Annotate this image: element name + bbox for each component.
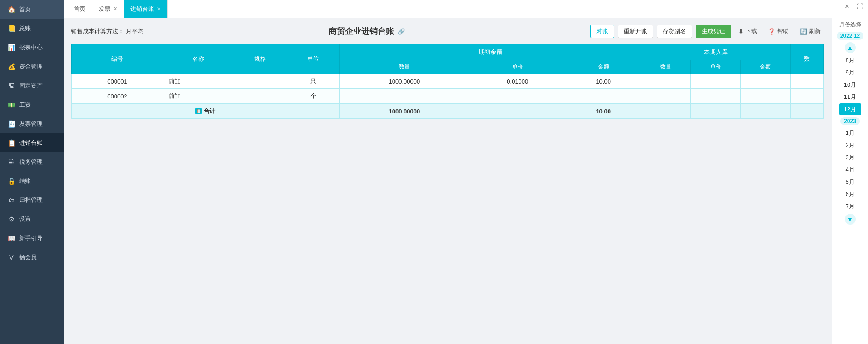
- sidebar-item-stock[interactable]: 📋 进销台账: [0, 133, 64, 152]
- sidebar-label-guide: 新手引导: [19, 234, 43, 242]
- month-item-4月[interactable]: 4月: [839, 164, 861, 176]
- home-icon: 🏠: [7, 6, 15, 13]
- cost-method-value: 月平均: [126, 28, 144, 34]
- refresh-button[interactable]: 🔄 刷新: [796, 25, 824, 38]
- save-alias-button[interactable]: 存货别名: [657, 25, 692, 38]
- window-controls: ✕ ⛶: [843, 2, 864, 11]
- archive-icon: 🗂: [7, 197, 15, 204]
- page-title: 商贸企业进销台账: [329, 26, 394, 37]
- tab-label-invoice: 发票: [99, 5, 110, 13]
- sidebar-item-assets[interactable]: 🏗 固定资产: [0, 76, 64, 95]
- cell-other: [790, 89, 823, 104]
- sidebar-item-home[interactable]: 🏠 首页: [0, 0, 64, 19]
- ledger-icon: 📒: [7, 25, 15, 32]
- table-row: 000002 前缸 个: [72, 89, 824, 104]
- month-down-button[interactable]: ▼: [845, 214, 856, 225]
- month-item-1月[interactable]: 1月: [839, 127, 861, 139]
- cell-open-qty: [339, 89, 469, 104]
- main-area: ✕ ⛶ 首页发票✕进销台账✕ 销售成本计算方法： 月平均 商贸企业进销台账 🔗 …: [64, 0, 868, 344]
- sidebar-label-ledger: 总账: [19, 25, 31, 33]
- title-info-icon[interactable]: 🔗: [398, 28, 405, 35]
- month-item-7月[interactable]: 7月: [839, 201, 861, 212]
- sidebar: 🏠 首页 📒 总账 📊 报表中心 💰 资金管理 🏗 固定资产 💵 工资 🧾 发票…: [0, 0, 64, 344]
- sidebar-item-reports[interactable]: 📊 报表中心: [0, 38, 64, 57]
- col-open-price: 单价: [469, 60, 566, 74]
- sidebar-item-tax[interactable]: 🏛 税务管理: [0, 152, 64, 172]
- month-item-2月[interactable]: 2月: [839, 139, 861, 151]
- total-open-price: [469, 104, 566, 119]
- total-in-price: [691, 104, 741, 119]
- help-button[interactable]: ❓ 帮助: [764, 25, 793, 38]
- tab-close-invoice[interactable]: ✕: [113, 6, 117, 12]
- cell-in-qty: [641, 89, 691, 104]
- cost-method: 销售成本计算方法： 月平均: [71, 27, 144, 35]
- month-item-12月[interactable]: 12月: [839, 103, 861, 115]
- guide-icon: 📖: [7, 235, 15, 242]
- page-content: 销售成本计算方法： 月平均 商贸企业进销台账 🔗 对账 重新开账 存货别名 生成…: [64, 18, 832, 344]
- sidebar-item-funds[interactable]: 💰 资金管理: [0, 57, 64, 76]
- cell-open-amount: [566, 89, 641, 104]
- cell-in-price: [691, 89, 741, 104]
- col-unit: 单位: [287, 44, 339, 74]
- sidebar-label-stock: 进销台账: [19, 139, 43, 147]
- total-in-qty: [641, 104, 691, 119]
- download-button[interactable]: ⬇ 下载: [735, 25, 761, 38]
- month-item-5月[interactable]: 5月: [839, 176, 861, 188]
- month-item-3月[interactable]: 3月: [839, 152, 861, 163]
- month-item-6月[interactable]: 6月: [839, 188, 861, 200]
- cell-in-amount: [741, 74, 791, 89]
- col-in-price: 单价: [691, 60, 741, 74]
- settings-icon: ⚙: [7, 216, 15, 223]
- sidebar-label-funds: 资金管理: [19, 63, 43, 71]
- sidebar-item-settings[interactable]: ⚙ 设置: [0, 210, 64, 229]
- total-label-cell: 📋 合计: [72, 104, 340, 119]
- maximize-button[interactable]: ⛶: [855, 2, 864, 11]
- tab-label-stock: 进销台账: [130, 5, 154, 13]
- tab-label-home: 首页: [74, 5, 85, 13]
- reopen-button[interactable]: 重新开账: [618, 25, 653, 38]
- sidebar-label-reports: 报表中心: [19, 44, 43, 52]
- month-item-8月[interactable]: 8月: [839, 54, 861, 66]
- cell-unit: 个: [287, 89, 339, 104]
- sidebar-label-settings: 设置: [19, 215, 31, 223]
- cell-in-price: [691, 74, 741, 89]
- tab-home[interactable]: 首页: [67, 0, 92, 18]
- close-button[interactable]: ✕: [843, 2, 852, 11]
- cell-in-qty: [641, 74, 691, 89]
- reconcile-button[interactable]: 对账: [590, 25, 614, 38]
- closing-icon: 🔒: [7, 177, 15, 185]
- sidebar-label-member: 畅会员: [19, 253, 37, 261]
- tab-stock[interactable]: 进销台账✕: [124, 0, 168, 18]
- col-code: 编号: [72, 44, 163, 74]
- month-item-11月[interactable]: 11月: [839, 91, 861, 103]
- col-opening-balance: 期初余额: [339, 44, 641, 60]
- sidebar-item-invoice[interactable]: 🧾 发票管理: [0, 114, 64, 133]
- sidebar-label-invoice: 发票管理: [19, 120, 43, 128]
- tab-invoice[interactable]: 发票✕: [92, 0, 124, 18]
- month-up-button[interactable]: ▲: [845, 42, 856, 53]
- total-open-qty: 1000.00000: [339, 104, 469, 119]
- sidebar-item-archive[interactable]: 🗂 归档管理: [0, 191, 64, 210]
- total-open-amount: 10.00: [566, 104, 641, 119]
- sidebar-item-guide[interactable]: 📖 新手引导: [0, 229, 64, 248]
- table-row: 000001 前缸 只 1000.00000 0.01000 10.00: [72, 74, 824, 89]
- cell-in-amount: [741, 89, 791, 104]
- month-item-10月[interactable]: 10月: [839, 79, 861, 91]
- month-panel: 月份选择 2022.12 ▲ 8月9月10月11月12月 2023 1月2月3月…: [832, 18, 868, 344]
- col-open-amount: 金额: [566, 60, 641, 74]
- col-in-amount: 金额: [741, 60, 791, 74]
- sidebar-item-salary[interactable]: 💵 工资: [0, 95, 64, 114]
- sidebar-item-closing[interactable]: 🔒 结账: [0, 172, 64, 191]
- sidebar-item-ledger[interactable]: 📒 总账: [0, 19, 64, 38]
- total-in-amount: [741, 104, 791, 119]
- sidebar-item-member[interactable]: V 畅会员: [0, 248, 64, 267]
- cell-code: 000002: [72, 89, 163, 104]
- top-bar: 销售成本计算方法： 月平均 商贸企业进销台账 🔗 对账 重新开账 存货别名 生成…: [71, 25, 824, 38]
- refresh-icon: 🔄: [800, 28, 807, 35]
- tab-close-stock[interactable]: ✕: [157, 6, 161, 12]
- toolbar-right: 对账 重新开账 存货别名 生成凭证 ⬇ 下载 ❓ 帮助 🔄 刷新: [590, 25, 824, 38]
- generate-voucher-button[interactable]: 生成凭证: [696, 25, 731, 38]
- col-open-qty: 数量: [339, 60, 469, 74]
- month-item-9月[interactable]: 9月: [839, 67, 861, 79]
- year-2023-label: 2023: [840, 117, 860, 125]
